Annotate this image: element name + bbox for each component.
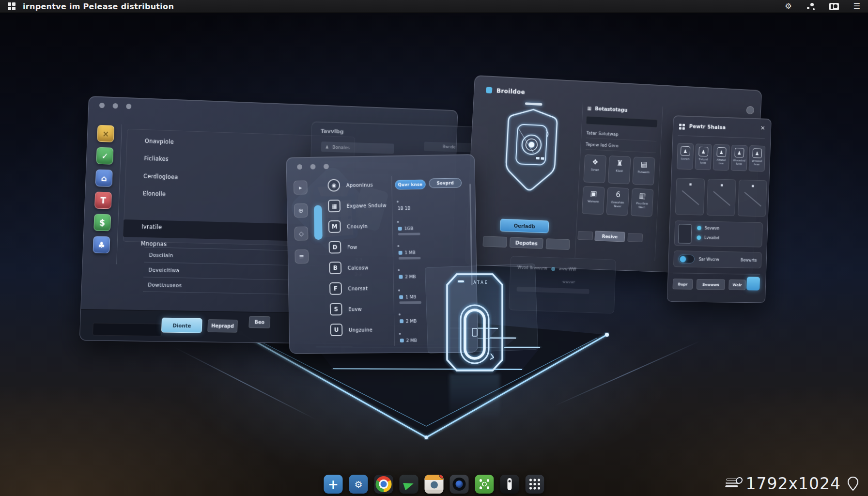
tile-label: Sevwn [680,157,690,161]
permission-tile[interactable]: ♟Altunsl tew [713,144,730,171]
close-icon[interactable]: ✕ [760,124,765,131]
aux-button[interactable] [627,233,643,242]
panel-button[interactable]: Welr [728,279,746,290]
feature-tile[interactable]: 6Eowahim Tever [606,187,630,216]
feature-tile[interactable]: ▤Ruswem [632,156,655,185]
list-item[interactable]: FCnorsat [329,281,368,296]
marker-icon: ▪ [720,183,723,187]
reports-button[interactable]: Depotes [510,237,543,249]
person-row[interactable]: ♟ Bonales [321,141,394,154]
filter-pill-secondary[interactable]: Sovprd [429,178,462,188]
right-aux-button[interactable] [546,238,570,250]
nodes-icon[interactable] [806,3,815,10]
window-dot[interactable] [113,103,118,108]
verify-button[interactable]: Oerladb [500,219,549,233]
permission-tile[interactable]: ♟Tvlrpid lvew [695,144,712,170]
window-dot[interactable] [297,164,302,170]
tile-label: Kiest [615,169,624,172]
primary-button[interactable]: Dionte [161,318,202,333]
dock-swoosh-app-icon[interactable]: ▶ [400,475,418,494]
item-icon: F [329,282,342,295]
selection-indicator[interactable] [314,205,323,240]
settings-gear-icon[interactable]: ⚙ [785,2,791,10]
preview-tile[interactable]: ▪ [707,179,736,216]
list-item[interactable]: ▦Exgawe Snduiw [328,198,387,214]
status-row: Sevwvn [697,226,719,231]
permission-tile[interactable]: ♟Wrowsd tewr [749,145,766,171]
rail-list-icon[interactable]: ≡ [294,249,309,264]
field-row[interactable]: Tepew led Gero [586,139,656,153]
preview-tile[interactable]: ▪ [675,178,705,215]
window-dot[interactable] [324,164,329,169]
dock-tools-app-icon[interactable]: ⚙ [349,475,368,494]
currency-icon[interactable]: $ [93,214,111,231]
tree-icon[interactable]: ♣ [93,236,110,253]
rail-play-icon[interactable]: ▸ [294,181,308,195]
window-dot[interactable] [310,164,316,170]
confirm-blue-button[interactable] [746,277,760,291]
toggle-switch[interactable] [678,254,695,264]
menu-hamburger-icon[interactable]: ☰ [853,2,860,10]
permission-tile[interactable]: ♟Sevwn [677,143,694,170]
feature-tile[interactable]: ▥Paustew Wein [631,188,653,217]
list-item[interactable]: MCnouyln [328,219,368,234]
dock-pattern-app-icon[interactable] [475,475,494,494]
start-grid-icon[interactable] [8,2,16,11]
tile-label: Wusaslvd lvew [731,159,747,166]
filter-pill-primary[interactable]: Quvr knse [395,180,426,190]
feature-tile[interactable]: ♜Kiest [608,155,631,184]
list-item[interactable]: UUngzuine [330,323,372,337]
check-icon[interactable]: ✓ [96,147,113,165]
tile-label: Wrowsd tewr [749,159,764,167]
item-icon: ◉ [327,179,340,191]
home-icon[interactable]: ⌂ [95,170,113,187]
window-controls[interactable] [99,103,131,109]
dock-lens-app-icon[interactable] [450,475,469,494]
window-controls[interactable] [297,164,329,170]
person-icon: ♟ [752,148,762,158]
aux-button[interactable] [577,231,593,240]
size-value: 1 MB [399,249,456,259]
window-dot[interactable] [99,103,105,108]
size-value: 1GB [398,226,456,235]
chip-button[interactable]: Bwnde [424,142,474,153]
toggle-row: Sar Wvcrw Bewwrte [673,250,762,268]
secondary-button[interactable]: Heprapd [207,319,238,333]
marker-icon: ▪ [751,183,754,188]
footer-input[interactable] [93,323,162,336]
list-item[interactable]: SEuvw [330,302,362,316]
feature-tile[interactable]: ▣Wanwre [582,186,605,215]
item-label: Apoonlnus [346,182,373,188]
preview-tile[interactable]: ▪ [738,180,767,217]
list-item[interactable]: BCalcosw [329,260,369,275]
tool-icon[interactable]: T [94,192,112,209]
list-item[interactable]: ◉Apoonlnus [327,177,373,192]
size-value: 1B 1B [398,205,455,211]
dock-meter-app-icon[interactable] [500,475,519,494]
dock-photos-app-icon[interactable] [425,475,444,494]
tertiary-button[interactable]: Beo [248,316,270,328]
permission-tile[interactable]: ♟Wusaslvd lvew [731,145,748,171]
dock-plus-app-icon[interactable]: + [324,475,343,494]
window-dot[interactable] [126,104,131,109]
dropdown-field[interactable] [586,116,658,128]
panel-button[interactable]: Bupr [672,279,693,290]
rail-shape-icon[interactable]: ◇ [294,227,309,241]
dock-chrome-icon[interactable] [374,475,393,494]
resolve-button[interactable]: Resive [594,231,625,242]
close-x-icon[interactable]: × [97,125,114,142]
marker-icon: ▪ [689,182,692,186]
dock-launcher-icon[interactable] [526,475,544,494]
feature-tile[interactable]: ❖Sever [583,155,606,183]
screenshot-icon[interactable] [829,3,839,10]
item-icon: U [330,324,342,336]
panel-button[interactable]: Svwwws [697,279,725,290]
window-gear-icon[interactable] [746,106,754,114]
item-icon: S [330,303,342,315]
rail-add-icon[interactable]: ⊕ [294,203,308,217]
person-icon: ♟ [681,146,690,156]
left-aux-button[interactable] [482,236,507,248]
holo-accent-bar [525,102,542,106]
list-item[interactable]: DFow [328,240,357,254]
item-label: Cnorsat [348,286,368,291]
